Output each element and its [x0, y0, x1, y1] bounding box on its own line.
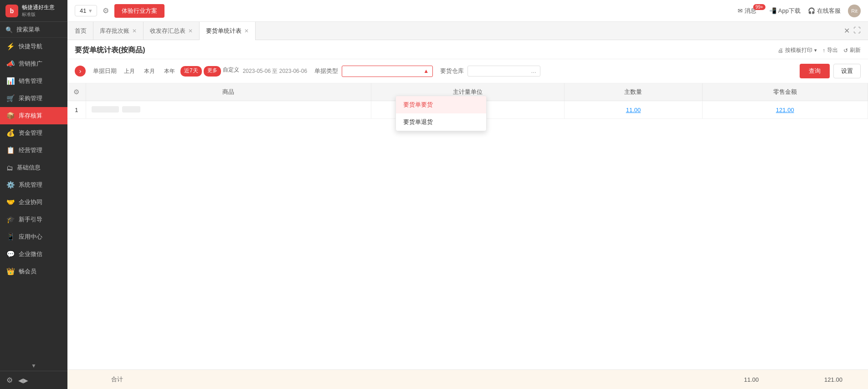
- tab-close-order-summary[interactable]: ✕: [244, 28, 249, 34]
- online-service-button[interactable]: 🎧 在线客服: [808, 7, 841, 15]
- type-filter-label: 单据类型: [314, 67, 338, 75]
- date-btn-this-year[interactable]: 本年: [160, 66, 179, 77]
- print-icon: 🖨: [778, 47, 783, 54]
- sidebar-search[interactable]: 🔍 搜索菜单: [0, 22, 67, 38]
- col-settings: ⚙: [67, 83, 86, 101]
- sidebar-item-member[interactable]: 👑 畅会员: [0, 263, 67, 280]
- date-btn-last-month[interactable]: 上月: [120, 66, 139, 77]
- row-quantity: 11.00: [565, 101, 702, 119]
- product-name-placeholder: [92, 106, 119, 113]
- export-button[interactable]: ↑ 导出: [822, 46, 838, 54]
- column-settings-icon[interactable]: ⚙: [73, 88, 79, 96]
- print-arrow-icon: ▾: [814, 47, 817, 53]
- sidebar-item-marketing[interactable]: 📣 营销推广: [0, 55, 67, 72]
- sidebar-scroll-down[interactable]: ▼: [0, 361, 67, 371]
- purchase-icon: 🛒: [6, 94, 15, 102]
- guide-icon: 🎓: [6, 215, 15, 224]
- row-amount: 121.00: [702, 101, 868, 119]
- sidebar-item-purchase[interactable]: 🛒 采购管理: [0, 90, 67, 107]
- col-amount: 零售金额: [702, 83, 868, 101]
- query-button[interactable]: 查询: [800, 64, 830, 78]
- date-btn-recent7[interactable]: 近7天: [180, 66, 202, 77]
- topbar-gear-icon[interactable]: ⚙: [103, 6, 109, 15]
- trial-button[interactable]: 体验行业方案: [114, 4, 164, 18]
- tab-close-inventory-batch[interactable]: ✕: [132, 28, 137, 34]
- col-quantity: 主数量: [565, 83, 702, 101]
- page-title: 要货单统计表(按商品): [75, 46, 145, 55]
- sidebar-item-guide[interactable]: 🎓 新手引导: [0, 211, 67, 228]
- settings-icon[interactable]: ⚙: [6, 376, 13, 384]
- warehouse-filter-group: 要货仓库 …: [440, 66, 540, 77]
- dropdown-item-requisition[interactable]: 要货单要货: [396, 96, 486, 113]
- date-range-display: 2023-05-06 至 2023-06-06: [243, 67, 307, 75]
- topbar: 41 ▾ ⚙ 体验行业方案 ✉ 消息 99+ 📲 App下载 🎧 在线客服 Ri…: [67, 0, 868, 22]
- tab-close-all-icon[interactable]: ✕: [844, 26, 850, 35]
- tab-invoice-summary[interactable]: 收发存汇总表 ✕: [144, 22, 200, 40]
- type-input[interactable]: [346, 68, 423, 75]
- service-icon: 🎧: [808, 7, 815, 14]
- tab-inventory-batch[interactable]: 库存批次账 ✕: [93, 22, 144, 40]
- system-icon: ⚙️: [6, 181, 15, 189]
- app-name: 畅捷通好生意 标准版: [22, 4, 55, 17]
- sidebar-bottom: ⚙ ◀▶: [0, 371, 67, 389]
- sidebar-item-finance[interactable]: 💰 资金管理: [0, 124, 67, 142]
- sidebar-item-app-center[interactable]: 📱 应用中心: [0, 228, 67, 246]
- setting-button[interactable]: 设置: [833, 64, 861, 78]
- marketing-icon: 📣: [6, 60, 15, 68]
- main-content: 41 ▾ ⚙ 体验行业方案 ✉ 消息 99+ 📲 App下载 🎧 在线客服 Ri…: [67, 0, 868, 389]
- sidebar-item-wechat[interactable]: 💬 企业微信: [0, 246, 67, 263]
- filter-actions: 查询 设置: [800, 64, 861, 78]
- date-btn-this-month[interactable]: 本月: [140, 66, 159, 77]
- sidebar-item-sales[interactable]: 📊 销售管理: [0, 72, 67, 90]
- page-header-actions: 🖨 按模板打印 ▾ ↑ 导出 ↺ 刷新: [778, 46, 861, 54]
- messages-button[interactable]: ✉ 消息 99+: [738, 7, 762, 15]
- finance-icon: 💰: [6, 129, 15, 137]
- type-select[interactable]: ▲: [342, 66, 433, 77]
- sidebar-item-enterprise[interactable]: 🤝 企业协同: [0, 194, 67, 211]
- inventory-icon: 📦: [6, 112, 15, 120]
- type-dropdown-menu: 要货单要货 要货单退货: [395, 96, 487, 131]
- member-icon: 👑: [6, 267, 15, 276]
- warehouse-filter-label: 要货仓库: [440, 67, 464, 75]
- export-icon: ↑: [822, 47, 825, 54]
- sidebar-item-inventory[interactable]: 📦 库存核算: [0, 107, 67, 124]
- app-download-button[interactable]: 📲 App下载: [769, 7, 801, 15]
- type-filter-group: 单据类型 ▲: [314, 66, 433, 77]
- basic-info-icon: 🗂: [6, 164, 13, 172]
- row-index: 1: [67, 101, 86, 119]
- messages-badge: 99+: [753, 4, 765, 10]
- sidebar-item-quick-nav[interactable]: ⚡ 快捷导航: [0, 38, 67, 55]
- footer-total-label: 合计: [111, 375, 123, 384]
- enterprise-icon: 🤝: [6, 198, 15, 206]
- date-more-badge[interactable]: 更多: [204, 66, 221, 77]
- type-select-arrow-icon: ▲: [423, 68, 429, 74]
- sales-icon: 📊: [6, 77, 15, 85]
- print-button[interactable]: 🖨 按模板打印 ▾: [778, 46, 817, 54]
- user-avatar[interactable]: Rit: [848, 5, 861, 17]
- company-selector[interactable]: 41 ▾: [75, 5, 97, 16]
- dropdown-item-requisition-return[interactable]: 要货单退货: [396, 113, 486, 131]
- footer-amount: 121.00: [806, 376, 861, 383]
- filter-expand-button[interactable]: ›: [75, 66, 86, 77]
- operation-icon: 📋: [6, 146, 15, 154]
- app-logo-icon: b: [5, 5, 18, 17]
- row-product: [86, 101, 371, 119]
- sidebar: b 畅捷通好生意 标准版 🔍 搜索菜单 ⚡ 快捷导航 📣 营销推广 📊 销售管理…: [0, 0, 67, 389]
- topbar-right: ✉ 消息 99+ 📲 App下载 🎧 在线客服 Rit: [738, 5, 861, 17]
- tab-expand-icon[interactable]: ⛶: [853, 26, 861, 35]
- quick-nav-icon: ⚡: [6, 42, 15, 51]
- warehouse-more-icon[interactable]: …: [531, 68, 536, 74]
- topbar-left: 41 ▾ ⚙ 体验行业方案: [75, 4, 164, 18]
- tab-order-summary[interactable]: 要货单统计表 ✕: [200, 22, 256, 40]
- tab-close-invoice-summary[interactable]: ✕: [188, 28, 193, 34]
- refresh-button[interactable]: ↺ 刷新: [843, 46, 861, 54]
- sidebar-item-basic-info[interactable]: 🗂 基础信息: [0, 159, 67, 176]
- tab-home[interactable]: 首页: [75, 22, 93, 40]
- sidebar-item-operation[interactable]: 📋 经营管理: [0, 142, 67, 159]
- date-filter-group: 单据日期 上月 本月 本年 近7天 更多 自定义 2023-05-06 至 20…: [93, 66, 307, 77]
- sidebar-item-system[interactable]: ⚙️ 系统管理: [0, 176, 67, 194]
- download-icon: 📲: [769, 7, 776, 14]
- collapse-icon[interactable]: ◀▶: [18, 377, 28, 384]
- date-custom-btn[interactable]: 自定义: [223, 66, 239, 77]
- warehouse-select[interactable]: …: [467, 66, 540, 77]
